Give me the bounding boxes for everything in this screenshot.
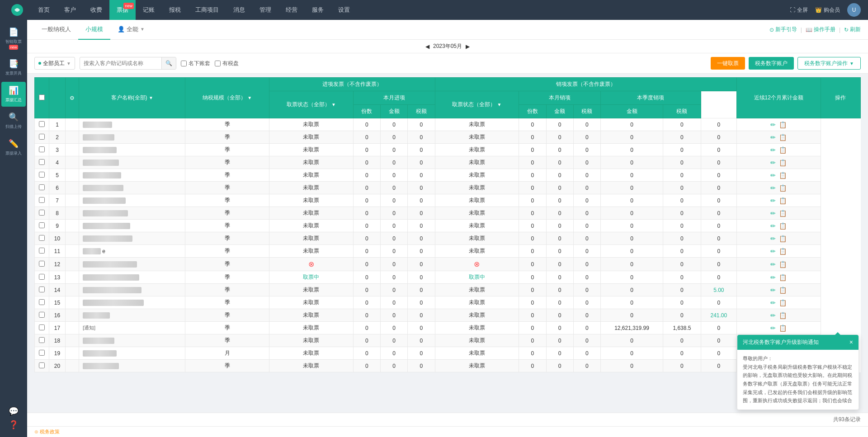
- nav-accounting[interactable]: 记账: [136, 0, 162, 20]
- gear-icon[interactable]: ⚙: [70, 95, 75, 101]
- edit-btn[interactable]: ✏: [770, 134, 776, 141]
- nav-settings[interactable]: 设置: [331, 0, 357, 20]
- edit-btn[interactable]: ✏: [770, 261, 776, 268]
- nav-operation[interactable]: 经营: [278, 0, 305, 20]
- cumulative-value[interactable]: 5.00: [713, 287, 724, 293]
- sidebar-item-invoice-open[interactable]: 📑 发票开具: [1, 55, 26, 80]
- tab-small-scale[interactable]: 小规模: [78, 20, 110, 40]
- cell-checkbox[interactable]: [35, 207, 49, 220]
- edit-btn[interactable]: ✏: [770, 299, 776, 306]
- fullscreen-btn[interactable]: ⛶ 全屏: [790, 6, 808, 14]
- copy-btn[interactable]: 📋: [779, 274, 787, 281]
- nav-message[interactable]: 消息: [226, 0, 252, 20]
- date-prev-btn[interactable]: ◀: [425, 43, 429, 50]
- cell-checkbox[interactable]: [35, 245, 49, 258]
- cell-checkbox[interactable]: [35, 360, 49, 372]
- tax-digital-account-btn[interactable]: 税务数字账户: [749, 57, 794, 70]
- cell-checkbox[interactable]: [35, 144, 49, 156]
- copy-btn[interactable]: 📋: [779, 261, 787, 268]
- nav-ticket[interactable]: 票据 new: [109, 0, 136, 20]
- nav-customer[interactable]: 客户: [57, 0, 83, 20]
- copy-btn[interactable]: 📋: [779, 235, 787, 242]
- edit-btn[interactable]: ✏: [770, 210, 776, 217]
- cell-checkbox[interactable]: [35, 169, 49, 182]
- edit-btn[interactable]: ✏: [770, 146, 776, 154]
- sidebar-item-ticket-entry[interactable]: ✏️ 票据录入: [1, 135, 26, 160]
- cell-checkbox[interactable]: [35, 334, 49, 347]
- refresh-btn[interactable]: ↻ 刷新: [844, 26, 861, 33]
- cell-checkbox[interactable]: [35, 194, 49, 207]
- copy-btn[interactable]: 📋: [779, 134, 787, 141]
- tax-digital-op-btn[interactable]: 税务数字账户操作 ▼: [797, 57, 861, 70]
- th-out-status[interactable]: 取票状态（全部） ▼: [435, 91, 519, 118]
- has-tax-disk-checkbox[interactable]: 有税盘: [215, 60, 239, 67]
- tab-all-capable[interactable]: 👤 全能 ▼: [110, 20, 152, 40]
- search-button[interactable]: 🔍: [161, 57, 176, 69]
- copy-btn[interactable]: 📋: [779, 121, 787, 128]
- cell-checkbox[interactable]: [35, 156, 49, 169]
- sidebar-item-smart-ticket[interactable]: 📄 智能取票 new: [1, 23, 26, 53]
- cell-checkbox[interactable]: [35, 347, 49, 360]
- popup-close-btn[interactable]: ×: [849, 338, 853, 346]
- copy-btn[interactable]: 📋: [779, 222, 787, 230]
- copy-btn[interactable]: 📋: [779, 324, 787, 332]
- vip-btn[interactable]: 👑 购会员: [815, 6, 840, 14]
- edit-btn[interactable]: ✏: [770, 184, 776, 192]
- cell-checkbox[interactable]: [35, 271, 49, 284]
- edit-btn[interactable]: ✏: [770, 324, 776, 332]
- copy-btn[interactable]: 📋: [779, 210, 787, 217]
- edit-btn[interactable]: ✏: [770, 274, 776, 281]
- employee-select[interactable]: 全部员工 ▼: [34, 57, 75, 70]
- edit-btn[interactable]: ✏: [770, 312, 776, 319]
- nav-business[interactable]: 工商项目: [188, 0, 226, 20]
- copy-btn[interactable]: 📋: [779, 299, 787, 306]
- tab-general-taxpayer[interactable]: 一般纳税人: [34, 20, 78, 40]
- nav-manage[interactable]: 管理: [252, 0, 278, 20]
- edit-btn[interactable]: ✏: [770, 222, 776, 230]
- search-input[interactable]: [80, 60, 161, 66]
- copy-btn[interactable]: 📋: [779, 184, 787, 192]
- tax-policy-link[interactable]: ⊙ 税务政策: [34, 429, 60, 434]
- cell-checkbox[interactable]: [35, 232, 49, 245]
- copy-btn[interactable]: 📋: [779, 146, 787, 154]
- edit-btn[interactable]: ✏: [770, 248, 776, 255]
- copy-btn[interactable]: 📋: [779, 248, 787, 255]
- nav-tax[interactable]: 报税: [162, 0, 188, 20]
- copy-btn[interactable]: 📋: [779, 312, 787, 319]
- new-guide-btn[interactable]: ⊙ 新手引导: [769, 26, 797, 33]
- cell-checkbox[interactable]: [35, 131, 49, 144]
- app-logo[interactable]: [7, 0, 27, 20]
- edit-btn[interactable]: ✏: [770, 121, 776, 128]
- copy-btn[interactable]: 📋: [779, 159, 787, 166]
- sidebar-item-ticket-summary[interactable]: 📊 票据汇总: [1, 82, 26, 107]
- user-avatar[interactable]: U: [847, 3, 861, 17]
- nav-fee[interactable]: 收费: [83, 0, 109, 20]
- cell-checkbox[interactable]: [35, 296, 49, 309]
- edit-btn[interactable]: ✏: [770, 159, 776, 166]
- cell-checkbox[interactable]: [35, 182, 49, 194]
- cell-checkbox[interactable]: [35, 322, 49, 334]
- manual-btn[interactable]: 📖 操作手册: [806, 26, 835, 33]
- edit-btn[interactable]: ✏: [770, 172, 776, 179]
- copy-btn[interactable]: 📋: [779, 172, 787, 179]
- cumulative-value[interactable]: 241.00: [711, 312, 727, 319]
- copy-btn[interactable]: 📋: [779, 197, 787, 204]
- th-customer-name[interactable]: 客户名称(全部) ▼: [79, 78, 185, 118]
- edit-btn[interactable]: ✏: [770, 197, 776, 204]
- th-tax-quota[interactable]: 纳税规模（全部） ▼: [185, 78, 269, 118]
- nav-service[interactable]: 服务: [305, 0, 331, 20]
- cell-checkbox[interactable]: [35, 284, 49, 296]
- edit-btn[interactable]: ✏: [770, 235, 776, 242]
- th-in-status[interactable]: 取票状态（全部） ▼: [269, 91, 353, 118]
- copy-btn[interactable]: 📋: [779, 287, 787, 294]
- select-all-checkbox[interactable]: [39, 94, 45, 100]
- nav-home[interactable]: 首页: [31, 0, 57, 20]
- cell-checkbox[interactable]: [35, 309, 49, 322]
- sub-account-checkbox[interactable]: 名下账套: [181, 60, 210, 67]
- cell-checkbox[interactable]: [35, 258, 49, 271]
- one-key-ticket-btn[interactable]: 一键取票: [711, 57, 745, 70]
- edit-btn[interactable]: ✏: [770, 287, 776, 294]
- chat-icon-btn[interactable]: 💬: [9, 406, 19, 416]
- cell-checkbox[interactable]: [35, 220, 49, 232]
- cell-checkbox[interactable]: [35, 118, 49, 131]
